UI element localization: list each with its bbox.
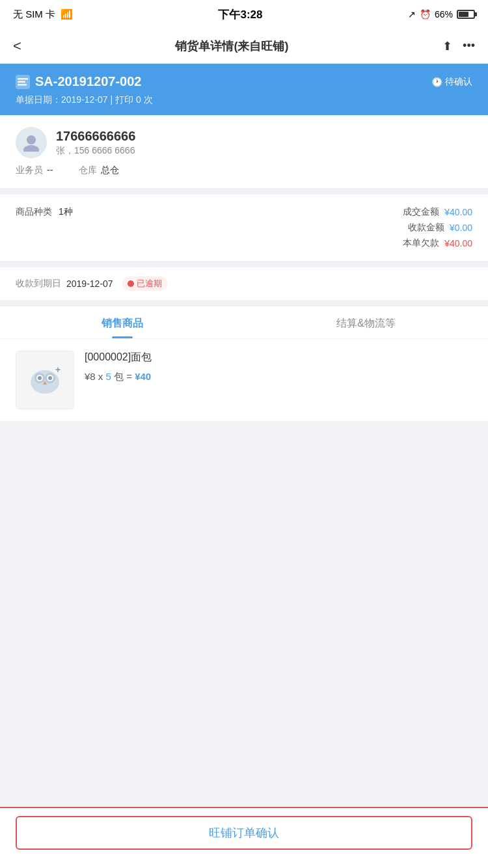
balance-row: 本单欠款 ¥40.00: [403, 237, 472, 249]
order-header-top: SA-20191207-002 🕐 待确认: [16, 74, 472, 89]
battery-icon: [457, 10, 475, 19]
product-card: + [0000002]面包 ¥8 x 5 包 = ¥40: [0, 339, 488, 421]
nav-actions: ⬆ •••: [442, 39, 475, 53]
empty-space: [0, 422, 488, 578]
due-card: 收款到期日 2019-12-07 已逾期: [0, 267, 488, 300]
product-image: +: [16, 351, 74, 409]
status-bar: 无 SIM 卡 📶 下午3:28 ↗ ⏰ 66%: [0, 0, 488, 29]
avatar: [16, 127, 47, 158]
order-icon: [16, 75, 30, 89]
transaction-amount: ¥40.00: [444, 207, 472, 217]
svg-point-4: [23, 145, 39, 152]
svg-point-10: [38, 376, 42, 380]
product-name: [0000002]面包: [85, 351, 472, 364]
overdue-badge: 已逾期: [122, 277, 167, 291]
received-label: 收款金额: [408, 222, 444, 234]
transaction-label: 成交金额: [403, 206, 439, 218]
battery-percent: 66%: [435, 9, 453, 20]
category-label: 商品种类: [16, 206, 52, 217]
customer-meta: 业务员 -- 仓库 总仓: [16, 165, 472, 176]
customer-sub: 张，156 6666 6666: [56, 145, 135, 157]
clock-icon: 🕐: [431, 77, 442, 87]
customer-top: 17666666666 张，156 6666 6666: [16, 127, 472, 158]
summary-left: 商品种类 1种: [16, 206, 73, 218]
bottom-bar: 旺铺订单确认: [0, 807, 488, 868]
warehouse-item: 仓库 总仓: [79, 165, 119, 176]
confirm-button[interactable]: 旺铺订单确认: [16, 816, 472, 850]
summary-right: 成交金额 ¥40.00 收款金额 ¥0.00 本单欠款 ¥40.00: [403, 206, 472, 249]
svg-rect-1: [18, 81, 25, 83]
status-right: ↗ ⏰ 66%: [408, 9, 475, 20]
product-qty: 5: [106, 371, 111, 382]
warehouse-label: 仓库: [79, 165, 97, 176]
svg-rect-0: [18, 78, 28, 80]
alarm-icon: ⏰: [420, 9, 431, 20]
due-label: 收款到期日: [16, 278, 61, 290]
balance-label: 本单欠款: [403, 237, 439, 249]
status-time: 下午3:28: [218, 7, 262, 22]
more-button[interactable]: •••: [463, 39, 475, 53]
svg-rect-2: [18, 84, 27, 86]
svg-point-11: [48, 376, 52, 380]
overdue-dot-icon: [128, 280, 134, 287]
summary-card: 商品种类 1种 成交金额 ¥40.00 收款金额 ¥0.00 本单欠款 ¥40.…: [0, 195, 488, 261]
received-row: 收款金额 ¥0.00: [408, 222, 472, 234]
tabs: 销售商品 结算&物流等: [0, 306, 488, 338]
overdue-text: 已逾期: [137, 278, 162, 290]
due-date: 2019-12-07: [66, 278, 113, 289]
order-id: SA-20191207-002: [16, 74, 141, 89]
product-total: ¥40: [135, 371, 151, 382]
salesperson-value: --: [47, 165, 53, 176]
warehouse-value: 总仓: [101, 165, 119, 176]
salesperson-item: 业务员 --: [16, 165, 53, 176]
tab-products[interactable]: 销售商品: [0, 306, 244, 338]
balance-amount: ¥40.00: [444, 238, 472, 249]
salesperson-label: 业务员: [16, 165, 43, 176]
svg-text:+: +: [55, 364, 61, 375]
order-date: 单据日期：2019-12-07 | 打印 0 次: [16, 94, 472, 106]
customer-phone: 17666666666: [56, 129, 135, 144]
category-count: 1种: [59, 206, 73, 217]
nav-bar: < 销货单详情(来自旺铺) ⬆ •••: [0, 29, 488, 64]
product-info: [0000002]面包 ¥8 x 5 包 = ¥40: [85, 351, 472, 383]
order-status: 🕐 待确认: [431, 76, 472, 88]
status-left: 无 SIM 卡 📶: [13, 8, 73, 21]
wifi-icon: 📶: [61, 8, 73, 20]
page-title: 销货单详情(来自旺铺): [175, 38, 288, 54]
product-calc: ¥8 x 5 包 = ¥40: [85, 371, 472, 383]
location-icon: ↗: [408, 9, 416, 20]
svg-point-3: [27, 135, 36, 144]
carrier-text: 无 SIM 卡: [13, 8, 55, 21]
customer-card: 17666666666 张，156 6666 6666 业务员 -- 仓库 总仓: [0, 115, 488, 188]
category-item: 商品种类 1种: [16, 206, 73, 218]
transaction-row: 成交金额 ¥40.00: [403, 206, 472, 218]
share-button[interactable]: ⬆: [442, 39, 452, 53]
customer-info: 17666666666 张，156 6666 6666: [56, 129, 135, 157]
received-amount: ¥0.00: [450, 223, 472, 233]
tab-settlement[interactable]: 结算&物流等: [244, 306, 488, 338]
back-button[interactable]: <: [13, 38, 21, 55]
order-header: SA-20191207-002 🕐 待确认 单据日期：2019-12-07 | …: [0, 64, 488, 115]
